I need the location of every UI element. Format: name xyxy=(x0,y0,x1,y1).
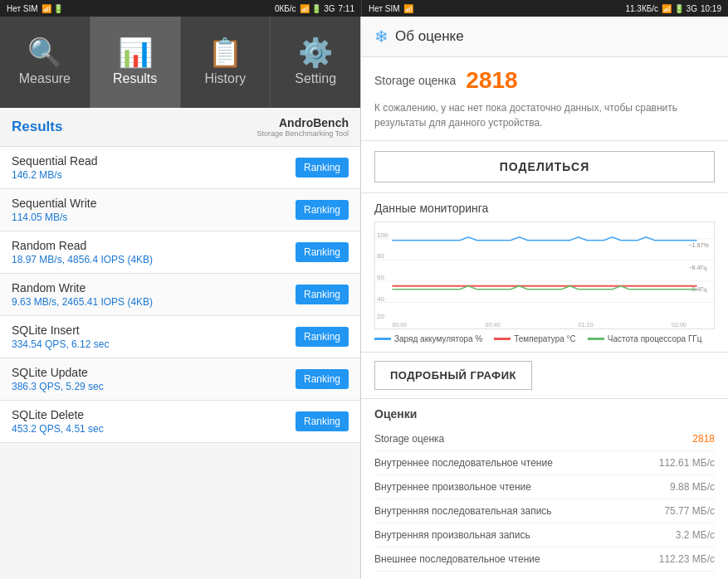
benchmark-name-3: Random Write xyxy=(12,281,153,294)
tab-history-label: History xyxy=(204,71,246,86)
ranking-button-4[interactable]: Ranking xyxy=(296,327,349,347)
legend-color-cpu xyxy=(588,338,604,340)
score-row-value-5: 112.23 МБ/с xyxy=(659,553,715,565)
ranking-button-3[interactable]: Ranking xyxy=(296,285,349,304)
tab-history[interactable]: 📋 History xyxy=(181,17,271,108)
score-row-label-4: Внутренняя произвольная запись xyxy=(374,529,530,541)
benchmark-value-4: 334.54 QPS, 6.12 sec xyxy=(12,338,109,350)
ranking-button-1[interactable]: Ranking xyxy=(296,200,349,220)
monitoring-title: Данные мониторинга xyxy=(374,202,715,215)
tab-measure[interactable]: 🔍 Measure xyxy=(0,17,90,108)
status-bar-left-info: 0КБ/с 📶 🔋 3G 7:11 xyxy=(275,4,354,13)
score-row-5: Внешнее последовательное чтение 112.23 М… xyxy=(374,547,715,572)
score-row-1: Внутреннее последовательное чтение 112.6… xyxy=(374,451,715,475)
score-row-label-2: Внутреннее произвольное чтение xyxy=(374,481,531,493)
table-row: SQLite Update 386.3 QPS, 5.29 sec Rankin… xyxy=(0,358,360,401)
score-row-label-1: Внутреннее последовательное чтение xyxy=(374,457,553,469)
score-section-value: 2818 xyxy=(466,67,517,94)
benchmark-name-4: SQLite Insert xyxy=(12,324,109,337)
svg-text:100: 100 xyxy=(377,231,388,239)
svg-text:~8.4Гц: ~8.4Гц xyxy=(688,265,706,271)
tab-measure-label: Measure xyxy=(19,71,71,86)
detail-chart-button[interactable]: ПОДРОБНЫЙ ГРАФИК xyxy=(374,361,532,390)
benchmark-value-1: 114.05 MB/s xyxy=(12,212,96,223)
share-button[interactable]: ПОДЕЛИТЬСЯ xyxy=(374,151,715,182)
score-row-value-2: 9.88 МБ/с xyxy=(670,481,715,493)
measure-icon: 🔍 xyxy=(27,38,62,66)
benchmark-name-5: SQLite Update xyxy=(12,366,104,379)
score-row-4: Внутренняя произвольная запись 3.2 МБ/с xyxy=(374,523,715,547)
score-row-value-4: 3.2 МБ/с xyxy=(676,529,715,541)
legend-item-temperature: Температура °C xyxy=(494,334,576,343)
table-row: Random Write 9.63 MB/s, 2465.41 IOPS (4K… xyxy=(0,274,360,316)
score-row-value-1: 112.61 МБ/с xyxy=(659,457,715,469)
tab-setting[interactable]: ⚙️ Setting xyxy=(271,17,360,108)
status-bar-left-sim: Нет SIM 📶 🔋 xyxy=(7,4,63,13)
status-bar-right-info: 11.3КБ/с 📶 🔋 3G 10:19 xyxy=(625,4,721,13)
snowflake-icon: ❄ xyxy=(374,27,388,46)
ranking-button-6[interactable]: Ranking xyxy=(296,411,349,431)
svg-text:00:00: 00:00 xyxy=(392,322,407,328)
benchmark-list: Sequential Read 146.2 MB/s Ranking Seque… xyxy=(0,147,360,579)
monitoring-chart: 100 80 60 40 20 ~1.97% ~8.4Гц ~8.4Гц xyxy=(374,221,715,329)
svg-text:40: 40 xyxy=(377,295,385,303)
svg-text:02:00: 02:00 xyxy=(672,322,686,328)
legend-item-battery: Заряд аккумулятора % xyxy=(374,334,482,343)
score-row-6: Внешнее произвольное чтение 9.98 МБ/с xyxy=(374,572,715,579)
legend-color-battery xyxy=(374,338,391,340)
score-row-0: Storage оценка 2818 xyxy=(374,427,715,451)
score-section-label: Storage оценка xyxy=(374,74,456,87)
logo-main-text: AndroBench xyxy=(279,116,349,129)
right-panel-header-title: Об оценке xyxy=(395,28,464,45)
svg-text:60: 60 xyxy=(377,274,385,281)
benchmark-value-2: 18.97 MB/s, 4856.4 IOPS (4KB) xyxy=(12,254,153,265)
logo-sub-text: Storage Benchmarking Tool xyxy=(257,129,349,138)
score-row-2: Внутреннее произвольное чтение 9.88 МБ/с xyxy=(374,475,715,499)
status-bar-right-sim: Нет SIM 📶 xyxy=(369,4,413,13)
benchmark-value-5: 386.3 QPS, 5.29 sec xyxy=(12,381,104,392)
score-description: К сожалению, у нас нет пока достаточно д… xyxy=(374,100,715,130)
tab-results[interactable]: 📊 Results xyxy=(90,17,181,108)
chart-svg: 100 80 60 40 20 ~1.97% ~8.4Гц ~8.4Гц xyxy=(375,222,714,328)
ranking-button-5[interactable]: Ranking xyxy=(296,369,349,389)
benchmark-value-3: 9.63 MB/s, 2465.41 IOPS (4KB) xyxy=(12,296,153,308)
benchmark-name-6: SQLite Delete xyxy=(12,408,104,421)
svg-text:~1.97%: ~1.97% xyxy=(688,242,708,248)
table-row: Sequential Write 114.05 MB/s Ranking xyxy=(0,189,360,231)
tab-results-label: Results xyxy=(113,71,157,86)
table-row: SQLite Delete 453.2 QPS, 4.51 sec Rankin… xyxy=(0,401,360,443)
svg-text:20: 20 xyxy=(377,313,385,320)
setting-icon: ⚙️ xyxy=(298,38,333,66)
benchmark-name-0: Sequential Read xyxy=(12,154,98,168)
svg-text:00:40: 00:40 xyxy=(486,322,501,328)
benchmark-value-0: 146.2 MB/s xyxy=(12,169,98,181)
score-row-label-5: Внешнее последовательное чтение xyxy=(374,553,540,565)
tab-setting-label: Setting xyxy=(295,71,336,86)
score-row-3: Внутренняя последовательная запись 75.77… xyxy=(374,499,715,523)
legend-color-temperature xyxy=(494,338,511,340)
scores-section-title: Оценки xyxy=(374,407,715,421)
ranking-button-2[interactable]: Ranking xyxy=(296,242,349,262)
results-section-title: Results xyxy=(12,119,62,135)
chart-legend: Заряд аккумулятора % Температура °C Част… xyxy=(374,334,715,343)
androbench-logo: AndroBench Storage Benchmarking Tool xyxy=(257,116,349,138)
score-row-value-3: 75.77 МБ/с xyxy=(664,505,715,517)
score-row-label-3: Внутренняя последовательная запись xyxy=(374,505,552,517)
score-row-value-0: 2818 xyxy=(692,433,715,445)
score-row-label-0: Storage оценка xyxy=(374,433,444,445)
svg-text:80: 80 xyxy=(377,252,385,260)
history-icon: 📋 xyxy=(208,38,242,66)
benchmark-value-6: 453.2 QPS, 4.51 sec xyxy=(12,423,104,435)
table-row: Sequential Read 146.2 MB/s Ranking xyxy=(0,147,360,189)
ranking-button-0[interactable]: Ranking xyxy=(296,158,349,178)
results-icon: 📊 xyxy=(118,38,153,66)
benchmark-name-2: Random Read xyxy=(12,239,153,252)
benchmark-name-1: Sequential Write xyxy=(12,197,96,210)
svg-text:01:20: 01:20 xyxy=(579,322,594,328)
table-row: Random Read 18.97 MB/s, 4856.4 IOPS (4KB… xyxy=(0,231,360,274)
table-row: SQLite Insert 334.54 QPS, 6.12 sec Ranki… xyxy=(0,316,360,358)
legend-item-cpu: Частота процессора ГГц xyxy=(588,334,702,343)
